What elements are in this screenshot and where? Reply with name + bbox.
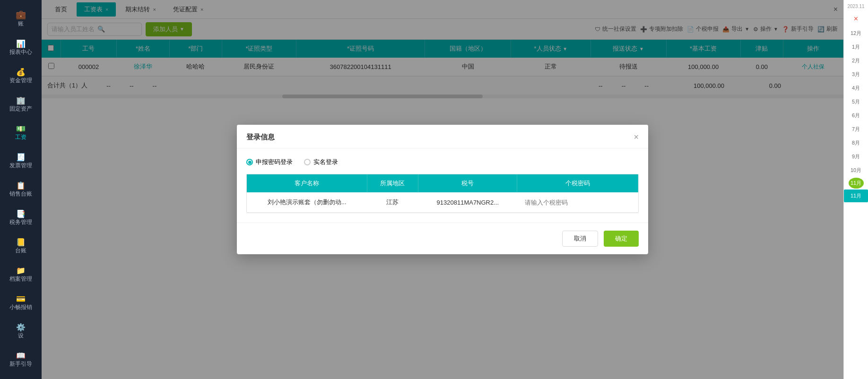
radio-group: 申报密码登录 实名登录: [246, 158, 639, 166]
cal-jun[interactable]: 6月: [844, 109, 868, 122]
cancel-button[interactable]: 取消: [562, 231, 598, 247]
sidebar: 💼 账 📊 报表中心 💰 资金管理 🏢 固定资产 💵 工资 🧾 发票管理 📋 销…: [0, 0, 42, 379]
modal-footer: 取消 确定: [237, 223, 648, 254]
modal-header: 登录信息 ×: [237, 125, 648, 148]
radio-realname-login[interactable]: 实名登录: [304, 158, 338, 166]
cal-dec[interactable]: 12月: [844, 27, 868, 40]
modal-body: 申报密码登录 实名登录 客户名称 所属地区 税号: [237, 148, 648, 223]
sidebar-item-expense[interactable]: 💳 小畅报销: [0, 289, 42, 317]
modal-close-button[interactable]: ×: [634, 132, 639, 142]
radio-password-login[interactable]: 申报密码登录: [246, 158, 293, 166]
inner-col-tax-no: 税号: [418, 174, 517, 192]
cal-apr[interactable]: 4月: [844, 82, 868, 95]
sidebar-item-settings[interactable]: ⚙️ 设: [0, 317, 42, 345]
inner-col-name: 客户名称: [247, 174, 367, 192]
cal-nov-current[interactable]: 11月: [844, 190, 868, 202]
tax-pwd-field[interactable]: [525, 199, 631, 206]
client-name: 刘小艳演示账套（勿删勿动...: [247, 192, 367, 213]
cal-feb[interactable]: 2月: [844, 54, 868, 67]
inner-table-container: 客户名称 所属地区 税号 个税密码 刘小艳演示账套（勿删勿动... 江苏 913…: [246, 174, 639, 213]
tax-password-input[interactable]: [517, 192, 638, 213]
inner-col-region: 所属地区: [367, 174, 418, 192]
sidebar-item-account[interactable]: 💼 账: [0, 4, 42, 34]
inner-table-row: 刘小艳演示账套（勿删勿动... 江苏 91320811MA7NGR2...: [247, 192, 638, 213]
cal-may[interactable]: 5月: [844, 95, 868, 108]
inner-col-tax-pwd: 个税密码: [517, 174, 638, 192]
cal-nov-green[interactable]: 11月: [849, 178, 864, 189]
client-table: 客户名称 所属地区 税号 个税密码 刘小艳演示账套（勿删勿动... 江苏 913…: [247, 174, 638, 213]
cal-mar[interactable]: 3月: [844, 68, 868, 81]
confirm-button[interactable]: 确定: [604, 231, 639, 247]
calendar-panel: 2023.11 × 12月 1月 2月 3月 4月 5月 6月 7月 8月 9月…: [843, 0, 868, 379]
cal-jan[interactable]: 1月: [844, 41, 868, 53]
login-modal: 登录信息 × 申报密码登录 实名登录: [237, 125, 648, 254]
sidebar-item-assets[interactable]: 🏢 固定资产: [0, 90, 42, 119]
cal-sep[interactable]: 9月: [844, 150, 868, 163]
radio-realname-circle: [304, 159, 311, 165]
client-region: 江苏: [367, 192, 418, 213]
cal-close[interactable]: ×: [844, 12, 868, 26]
radio-password-circle: [246, 159, 253, 165]
sidebar-item-salary[interactable]: 💵 工资: [0, 119, 42, 147]
modal-title: 登录信息: [246, 133, 275, 142]
cal-aug[interactable]: 8月: [844, 137, 868, 149]
sidebar-item-guide[interactable]: 📖 新手引导: [0, 345, 42, 374]
main-area: 首页 工资表 × 期末结转 × 凭证配置 × × 请输入员工姓名 🔍 添加人员 …: [42, 0, 843, 379]
calendar-year: 2023.11: [847, 4, 864, 9]
sidebar-item-member[interactable]: 👑 会员: [0, 374, 42, 379]
sidebar-item-ledger[interactable]: 📒 台账: [0, 232, 42, 260]
sidebar-item-report[interactable]: 📊 报表中心: [0, 34, 42, 62]
modal-overlay: 登录信息 × 申报密码登录 实名登录: [42, 0, 843, 379]
sidebar-item-invoice[interactable]: 🧾 发票管理: [0, 147, 42, 175]
cal-jul[interactable]: 7月: [844, 123, 868, 136]
client-tax-no: 91320811MA7NGR2...: [418, 192, 517, 213]
cal-oct[interactable]: 10月: [844, 164, 868, 177]
sidebar-item-archive[interactable]: 📁 档案管理: [0, 260, 42, 289]
sidebar-item-sales[interactable]: 📋 销售台账: [0, 175, 42, 204]
sidebar-item-tax[interactable]: 📑 税务管理: [0, 204, 42, 232]
sidebar-item-fund[interactable]: 💰 资金管理: [0, 62, 42, 90]
